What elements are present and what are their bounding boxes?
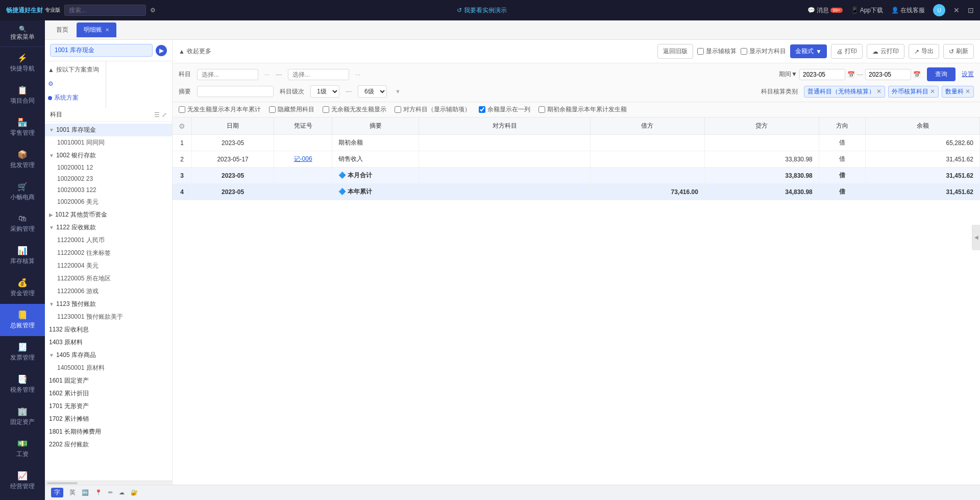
- tree-node-1405[interactable]: ▼ 1405 库存商品: [45, 349, 172, 362]
- tree-node-2202[interactable]: 2202 应付账款: [45, 438, 172, 451]
- tree-node-1702[interactable]: 1702 累计摊销: [45, 413, 172, 425]
- tree-node-10020001[interactable]: 10020001 12: [45, 162, 172, 173]
- account-filter-input2[interactable]: [288, 69, 349, 80]
- filter-tag-foreign[interactable]: 外币核算科目 ✕: [888, 86, 939, 98]
- query-btn[interactable]: 查询: [927, 67, 955, 81]
- account-nav-btn[interactable]: ▶: [156, 45, 167, 56]
- tab-close-detail[interactable]: ✕: [105, 27, 109, 33]
- window-maximize[interactable]: ⊡: [968, 6, 974, 14]
- option-balance-one-col[interactable]: 余额显示在一列: [479, 105, 530, 114]
- demo-link[interactable]: ↺ 我要看实例演示: [457, 6, 507, 15]
- amount-format-btn[interactable]: 金额式 ▼: [790, 44, 827, 58]
- tree-node-11220005[interactable]: 11220005 所在地区: [45, 272, 172, 285]
- settings-btn[interactable]: ⚙: [150, 7, 156, 14]
- tab-home[interactable]: 首页: [49, 22, 76, 37]
- filter-tag-normal[interactable]: 普通科目（无特殊核算） ✕: [804, 86, 885, 98]
- show-contra-checkbox[interactable]: 显示对方科目: [741, 47, 786, 56]
- sidebar-item-wholesale[interactable]: 📦 批发管理: [0, 144, 45, 176]
- bottom-icon-5[interactable]: 🔐: [131, 489, 138, 496]
- tree-node-11220004[interactable]: 11220004 美元: [45, 259, 172, 272]
- tree-node-1132[interactable]: 1132 应收利息: [45, 323, 172, 336]
- refresh-btn[interactable]: ↺ 刷新: [943, 44, 974, 59]
- tree-node-11220006[interactable]: 11220006 游戏: [45, 285, 172, 298]
- tree-node-1602[interactable]: 1602 累计折旧: [45, 387, 172, 400]
- sidebar-item-ecommerce[interactable]: 🛒 小畅电商: [0, 176, 45, 208]
- col-settings[interactable]: ⚙: [173, 117, 192, 135]
- option-opening-ytd[interactable]: 期初余额显示本年累计发生额: [538, 105, 627, 114]
- tree-node-1601[interactable]: 1601 固定资产: [45, 374, 172, 387]
- tree-node-14050001[interactable]: 14050001 原材料: [45, 362, 172, 374]
- period-end-input[interactable]: [865, 69, 911, 80]
- option-contra-aux[interactable]: 对方科目（显示辅助项）: [395, 105, 471, 114]
- tree-node-1001[interactable]: ▼ 1001 库存现金: [45, 124, 172, 136]
- bottom-icon-4[interactable]: ☁: [119, 489, 125, 496]
- tree-scroll-bar[interactable]: [45, 481, 172, 485]
- tree-node-1801[interactable]: 1801 长期待摊费用: [45, 425, 172, 438]
- period-start-input[interactable]: [799, 69, 845, 80]
- show-aux-checkbox[interactable]: 显示辅核算: [697, 47, 737, 56]
- tree-node-11220002[interactable]: 11220002 往来标签: [45, 247, 172, 259]
- user-avatar[interactable]: U: [933, 4, 945, 16]
- sidebar-item-project[interactable]: 📋 项目合同: [0, 79, 45, 111]
- sidebar-item-invoice[interactable]: 🧾 发票管理: [0, 336, 45, 368]
- table-settings-icon[interactable]: ⚙: [179, 122, 185, 130]
- sidebar-item-assets[interactable]: 🏢 固定资产: [0, 400, 45, 433]
- sidebar-item-expense[interactable]: 💳 小畅报销: [0, 497, 45, 500]
- cloud-print-btn[interactable]: ☁ 云打印: [867, 44, 904, 59]
- expand-more-btn[interactable]: ▲ 收起更多: [179, 47, 211, 56]
- bottom-icon-3[interactable]: ✏: [108, 489, 113, 496]
- sidebar-item-retail[interactable]: 🏪 零售管理: [0, 111, 45, 144]
- search-menu-item[interactable]: 🔍 搜索菜单: [0, 20, 45, 47]
- export-btn[interactable]: ↗ 导出: [909, 44, 939, 59]
- account-level-to[interactable]: 6级 5级 4级: [358, 85, 387, 98]
- filter-tag-quantity[interactable]: 数量科 ✕: [942, 86, 974, 98]
- tree-node-11230001[interactable]: 11230001 预付账款美于: [45, 311, 172, 323]
- option-no-occurrence[interactable]: 无余额无发生额显示: [323, 105, 386, 114]
- top-search-input[interactable]: [64, 5, 146, 16]
- account-filter-input[interactable]: [197, 69, 258, 80]
- tree-node-1002[interactable]: ▼ 1002 银行存款: [45, 149, 172, 162]
- print-btn[interactable]: 🖨 打印: [831, 44, 863, 59]
- filter-settings-link[interactable]: 设置: [962, 70, 974, 79]
- filter-system-plan[interactable]: 系统方案: [48, 91, 103, 104]
- tree-icon-list[interactable]: ☰: [154, 111, 160, 118]
- tab-detail[interactable]: 明细账 ✕: [77, 22, 116, 37]
- window-close[interactable]: ✕: [953, 6, 960, 14]
- sidebar-item-tax[interactable]: 📑 税务管理: [0, 368, 45, 400]
- option-hide-disabled[interactable]: 隐藏禁用科目: [269, 105, 314, 114]
- sidebar-item-payroll[interactable]: 💵 工资: [0, 433, 45, 465]
- sidebar-item-inventory[interactable]: 📊 库存核算: [0, 240, 45, 272]
- tree-node-1122[interactable]: ▼ 1122 应收账款: [45, 221, 172, 234]
- tree-node-10010001[interactable]: 10010001 同同同: [45, 136, 172, 149]
- bottom-icon-2[interactable]: 📍: [95, 489, 102, 496]
- option-no-balance[interactable]: 无发生额显示本月本年累计: [179, 105, 261, 114]
- row2-voucher[interactable]: 记-006: [274, 151, 332, 168]
- online-service-btn[interactable]: 👤 在线客服: [891, 6, 925, 15]
- account-level-from[interactable]: 1级 2级 3级: [310, 85, 339, 98]
- tree-node-10020006[interactable]: 10020006 美元: [45, 196, 172, 208]
- summary-input[interactable]: [197, 86, 274, 97]
- tree-node-10020002[interactable]: 10020002 23: [45, 173, 172, 184]
- sidebar-item-ledger[interactable]: 📒 总账管理: [0, 304, 45, 336]
- back-old-version-btn[interactable]: 返回旧版: [657, 44, 693, 59]
- bottom-lang-btn[interactable]: 字: [51, 488, 63, 497]
- tree-node-1123[interactable]: ▼ 1123 预付账款: [45, 298, 172, 311]
- bottom-icon-1[interactable]: 🔤: [82, 489, 89, 496]
- tree-node-1701[interactable]: 1701 无形资产: [45, 400, 172, 413]
- tree-node-1012[interactable]: ▶ 1012 其他货币资金: [45, 208, 172, 221]
- sidebar-item-funds[interactable]: 💰 资金管理: [0, 272, 45, 304]
- bottom-en-btn[interactable]: 英: [69, 488, 76, 497]
- sidebar-item-purchase[interactable]: 🛍 采购管理: [0, 208, 45, 240]
- sidebar-item-quick-nav[interactable]: ⚡ 快捷导航: [0, 47, 45, 79]
- calendar-end-icon[interactable]: 📅: [913, 71, 921, 78]
- tree-icon-expand[interactable]: ⤢: [162, 111, 167, 118]
- selected-account[interactable]: 1001 库存现金: [50, 44, 153, 57]
- tree-node-10020003[interactable]: 10020003 122: [45, 184, 172, 196]
- tree-node-11220001[interactable]: 11220001 人民币: [45, 234, 172, 247]
- message-btn[interactable]: 💬 消息 99+: [807, 6, 842, 15]
- filter-plan-header[interactable]: ▲ 按以下方案查询: [48, 65, 103, 74]
- calendar-start-icon[interactable]: 📅: [847, 71, 855, 78]
- app-download-btn[interactable]: 📱 App下载: [851, 6, 883, 15]
- sidebar-item-management[interactable]: 📈 经营管理: [0, 465, 45, 497]
- right-collapse-btn[interactable]: ◀: [972, 225, 980, 250]
